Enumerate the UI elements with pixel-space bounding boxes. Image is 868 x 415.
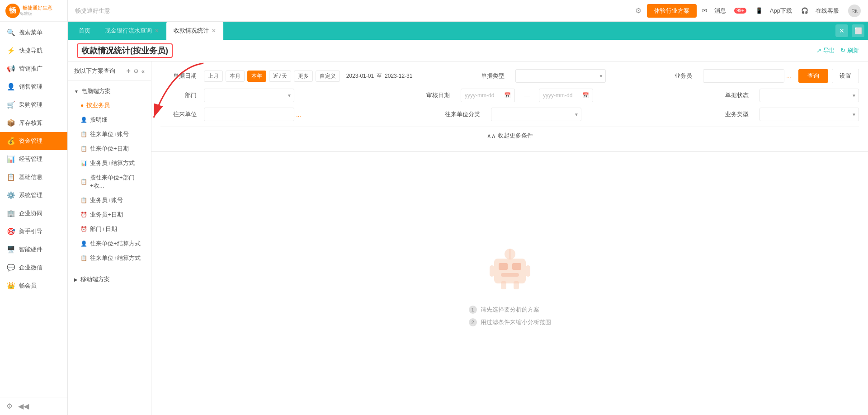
tab-close-collection-stats[interactable]: ✕ <box>212 28 216 34</box>
doc-status-select[interactable] <box>760 89 859 102</box>
export-btn[interactable]: ↗ 导出 <box>816 47 835 55</box>
service-icon: 🎧 <box>801 7 808 14</box>
partner-account-prefix-icon: 📋 <box>80 131 87 137</box>
schema-settings-icon[interactable]: ⚙ <box>133 68 139 75</box>
enterprise-icon: 🏢 <box>6 209 15 218</box>
sidebar-item-sales[interactable]: 👤 销售管理 <box>0 78 67 96</box>
collapse-more-btn[interactable]: ∧∧ 收起更多条件 <box>160 127 859 144</box>
sidebar-item-basic-info[interactable]: 📋 基础信息 <box>0 168 67 186</box>
partner-dept-prefix-icon: 📋 <box>80 179 87 185</box>
tab-close-bank-flow[interactable]: ✕ <box>155 28 159 34</box>
phone-icon: 📱 <box>755 7 763 14</box>
calendar-end-icon[interactable]: 📅 <box>582 92 589 99</box>
date-btn-7days[interactable]: 近7天 <box>269 71 291 82</box>
sidebar: 畅 畅捷通好生意 标准版 🔍 搜索菜单 ⚡ 快捷导航 📢 营销推广 👤 销售管理… <box>0 0 68 415</box>
schema-item-dept-date[interactable]: ⏰ 部门+日期 <box>68 222 151 236</box>
tab-bank-flow[interactable]: 现金银行流水查询 ✕ <box>98 22 166 40</box>
operations-icon: 📊 <box>6 155 15 164</box>
sidebar-item-wechat[interactable]: 💬 企业微信 <box>0 259 67 277</box>
refresh-btn[interactable]: ↻ 刷新 <box>840 47 859 55</box>
system-icon: ⚙️ <box>6 191 15 200</box>
sidebar-item-marketing[interactable]: 📢 营销推广 <box>0 60 67 78</box>
user-avatar[interactable]: Rit <box>848 5 861 17</box>
window-close-btn[interactable]: ✕ <box>835 24 848 37</box>
bottom-settings-icon[interactable]: ⚙ <box>6 402 13 410</box>
sidebar-nav: 🔍 搜索菜单 ⚡ 快捷导航 📢 营销推广 👤 销售管理 🛒 采购管理 📦 库存核… <box>0 22 67 397</box>
doc-type-select[interactable] <box>515 69 606 83</box>
date-btn-more[interactable]: 更多 <box>294 71 313 82</box>
desktop-arrow-icon: ▼ <box>74 89 79 94</box>
sidebar-item-search-menu[interactable]: 🔍 搜索菜单 <box>0 24 67 42</box>
sidebar-item-guide[interactable]: 🎯 新手引导 <box>0 222 67 241</box>
salesperson-more-icon[interactable]: ... <box>786 73 791 80</box>
schema-mobile-title[interactable]: ▶ 移动端方案 <box>68 273 151 286</box>
partner-select-wrapper: ... <box>204 108 301 121</box>
partner-more-icon[interactable]: ... <box>296 111 301 118</box>
schema-item-partner-date[interactable]: 📋 往来单位+日期 <box>68 141 151 156</box>
empty-hint-2: 2 用过滤条件来缩小分析范围 <box>469 318 551 326</box>
schema-add-icon[interactable]: + <box>126 67 130 75</box>
sidebar-item-enterprise[interactable]: 🏢 企业协同 <box>0 204 67 222</box>
sidebar-item-quick-nav[interactable]: ⚡ 快捷导航 <box>0 42 67 60</box>
sidebar-item-finance[interactable]: 💰 资金管理 <box>0 132 67 150</box>
schema-item-salesperson-settlement[interactable]: 📊 业务员+结算方式 <box>68 156 151 170</box>
partner-settlement1-prefix-icon: 👤 <box>80 241 87 247</box>
review-date-end-input[interactable]: yyyy-mm-dd 📅 <box>539 89 593 102</box>
basic-info-icon: 📋 <box>6 173 15 182</box>
partner-category-select[interactable] <box>491 108 581 121</box>
schema-item-by-detail[interactable]: 👤 按明细 <box>68 113 151 127</box>
tab-collection-stats[interactable]: 收款情况统计 ✕ <box>166 22 223 40</box>
sidebar-item-purchase[interactable]: 🛒 采购管理 <box>0 96 67 114</box>
sidebar-item-operations[interactable]: 📊 经营管理 <box>0 150 67 168</box>
refresh-icon: ↻ <box>840 47 845 54</box>
schema-item-partner-settlement2[interactable]: 📋 往来单位+结算方式 <box>68 251 151 265</box>
tab-home[interactable]: 首页 <box>71 22 98 40</box>
topbar-gear-icon[interactable]: ⚙ <box>635 6 642 15</box>
empty-state: 1 请先选择要分析的方案 2 用过滤条件来缩小分析范围 <box>151 152 868 415</box>
salesperson-account-prefix-icon: 📋 <box>80 197 87 203</box>
sidebar-item-inventory[interactable]: 📦 库存核算 <box>0 114 67 132</box>
biz-type-select[interactable] <box>760 108 859 121</box>
dept-dropdown-arrow: ▼ <box>287 93 292 98</box>
sidebar-item-member[interactable]: 👑 畅会员 <box>0 277 67 295</box>
partner-select[interactable] <box>204 108 294 121</box>
calendar-start-icon[interactable]: 📅 <box>504 92 511 99</box>
schema-collapse-icon[interactable]: « <box>142 68 145 75</box>
sidebar-item-hardware[interactable]: 🖥️ 智能硬件 <box>0 241 67 259</box>
svg-rect-0 <box>494 259 526 283</box>
date-btn-last-month[interactable]: 上月 <box>204 71 223 82</box>
schema-item-salesperson-account[interactable]: 📋 业务员+账号 <box>68 193 151 208</box>
svg-rect-6 <box>501 281 506 289</box>
tabbar: 首页 现金银行流水查询 ✕ 收款情况统计 ✕ ✕ ⬜ <box>68 22 868 40</box>
online-service-group[interactable]: 🎧 在线客服 <box>801 7 839 15</box>
date-btn-this-year[interactable]: 本年 <box>247 71 266 82</box>
empty-hint-1: 1 请先选择要分析的方案 <box>469 306 551 314</box>
logo-text: 畅捷通好生意 标准版 <box>20 5 52 17</box>
bottom-collapse-icon[interactable]: ◀◀ <box>18 402 29 410</box>
empty-robot-icon <box>483 241 537 295</box>
review-date-start-input[interactable]: yyyy-mm-dd 📅 <box>461 89 515 102</box>
settings-btn[interactable]: 设置 <box>832 69 859 83</box>
sidebar-item-system[interactable]: ⚙️ 系统管理 <box>0 186 67 204</box>
schema-desktop-title[interactable]: ▼ 电脑端方案 <box>68 85 151 98</box>
app-download-group[interactable]: 📱 App下载 <box>755 7 792 15</box>
schema-item-partner-settlement1[interactable]: 👤 往来单位+结算方式 <box>68 236 151 251</box>
window-maximize-btn[interactable]: ⬜ <box>852 24 864 37</box>
schema-item-salesperson-date[interactable]: ⏰ 业务员+日期 <box>68 208 151 222</box>
date-btn-custom[interactable]: 自定义 <box>316 71 340 82</box>
dept-select[interactable] <box>204 89 294 102</box>
query-btn[interactable]: 查询 <box>798 69 828 83</box>
schema-item-partner-dept-collect[interactable]: 📋 按往来单位+部门+收... <box>68 170 151 193</box>
messages-group[interactable]: ✉ 消息 99+ <box>702 7 746 15</box>
schema-item-partner-account[interactable]: 📋 往来单位+账号 <box>68 127 151 141</box>
salesperson-select[interactable] <box>703 69 784 83</box>
salesperson-date-prefix-icon: ⏰ <box>80 212 87 218</box>
date-btn-this-month[interactable]: 本月 <box>226 71 245 82</box>
schema-item-by-salesperson[interactable]: ● 按业务员 <box>68 98 151 113</box>
export-icon: ↗ <box>816 47 821 54</box>
trial-btn[interactable]: 体验行业方案 <box>647 4 697 18</box>
dept-select-wrapper: ▼ <box>204 89 294 102</box>
member-icon: 👑 <box>6 281 15 290</box>
svg-rect-2 <box>512 263 521 270</box>
collapse-chevron-icon: ∧∧ <box>487 132 496 139</box>
